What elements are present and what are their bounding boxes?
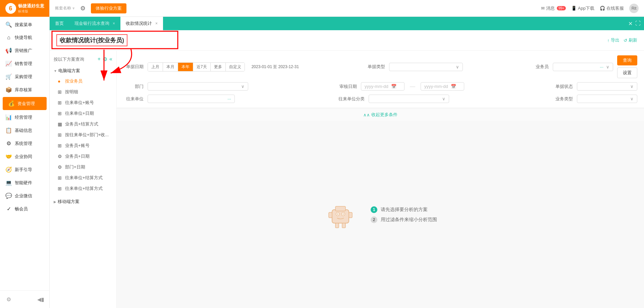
sidebar-item-guide[interactable]: 🧭 新手引导: [0, 163, 49, 176]
schema-item-unit-settlement2[interactable]: ⊞ 往来单位+结算方式: [50, 183, 116, 194]
schema-item-unit-account[interactable]: ⊞ 往来单位+账号: [50, 97, 116, 108]
counterpart-category-select[interactable]: ∨: [369, 95, 449, 103]
sidebar-item-quicknav[interactable]: ⌂ 快捷导航: [0, 31, 49, 44]
empty-step-1: 1 请先选择要分析的方案: [371, 206, 437, 213]
counterpart-more-icon[interactable]: ···: [227, 96, 231, 101]
mobile-group-title[interactable]: ▶ 移动端方案: [50, 197, 116, 207]
sidebar-item-member[interactable]: ✓ 畅会员: [0, 202, 49, 215]
purchase-icon: 🛒: [5, 73, 12, 80]
refresh-btn[interactable]: ↺ 刷新: [624, 37, 637, 43]
review-date-start[interactable]: yyyy-mm-dd 📅: [361, 82, 405, 91]
sidebar-item-search[interactable]: 🔍 搜索菜单: [0, 18, 49, 31]
left-panel-header-actions: + ⚙ «: [98, 56, 112, 62]
desktop-schema-group: ▼ 电脑端方案 ● 按业务员 ⊞ 按明细 ⊞ 往来单位+账号: [50, 64, 116, 195]
counterpart-category-label: 往来单位分类: [338, 96, 365, 102]
guide-icon: 🧭: [5, 166, 12, 173]
counterpart-input[interactable]: ···: [148, 95, 235, 103]
schema-item-detail[interactable]: ⊞ 按明细: [50, 87, 116, 97]
calendar-icon-end[interactable]: 📅: [451, 84, 456, 89]
sidebar-item-basic[interactable]: 📋 基础信息: [0, 124, 49, 137]
tab-bank-flow-close[interactable]: ×: [113, 21, 115, 26]
doc-status-select[interactable]: ∨: [577, 82, 637, 91]
schema-item-salesperson-date[interactable]: ⚙ 业务员+日期: [50, 151, 116, 162]
logo-area: 6 畅捷通好生意 标准版: [0, 0, 49, 17]
tab-bank-flow[interactable]: 现金银行流水查询 ×: [69, 17, 120, 30]
salesperson-select[interactable]: ··· ∨: [553, 63, 613, 71]
filter-row-2: 部门 ∨ 审核日期 yyyy-mm-dd 📅 — y: [123, 82, 637, 91]
date-tab-this-year[interactable]: 本年: [178, 63, 193, 71]
schema-settings-btn[interactable]: ⚙: [103, 56, 107, 62]
schema-item-salesperson[interactable]: ● 按业务员: [50, 76, 116, 87]
expand-arrow: ▼: [54, 69, 57, 73]
doc-type-select[interactable]: ∨: [389, 63, 463, 71]
date-tab-7days[interactable]: 近7天: [193, 63, 211, 71]
unit-account-icon: ⊞: [58, 100, 63, 105]
inventory-icon: 📦: [5, 87, 12, 93]
tab-collection-stats-close[interactable]: ×: [155, 21, 158, 26]
sidebar-item-enterprise[interactable]: 🤝 企业协同: [0, 150, 49, 163]
more-icon[interactable]: ···: [600, 64, 603, 69]
date-tab-custom[interactable]: 自定义: [226, 63, 245, 71]
calendar-icon-start[interactable]: 📅: [391, 84, 396, 89]
maximize-btn[interactable]: ⛶: [635, 20, 641, 27]
collapse-sidebar-btn[interactable]: ◀▮: [35, 294, 46, 305]
export-btn[interactable]: ↑ 导出: [607, 37, 620, 43]
content-area: 按以下方案查询 + ⚙ « ▼ 电脑端方案 ● 按业务员: [50, 51, 644, 308]
sidebar-item-wechat[interactable]: 💬 企业微信: [0, 189, 49, 202]
doc-type-label: 单据类型: [365, 64, 385, 70]
sidebar-item-inventory[interactable]: 📦 库存核算: [0, 83, 49, 96]
schema-item-unit-dept[interactable]: ⊞ 按往来单位+部门+收...: [50, 130, 116, 140]
sidebar-item-finance[interactable]: 💰 资金管理: [3, 97, 47, 110]
sidebar-item-operations[interactable]: 📊 经营管理: [0, 111, 49, 124]
app-download-btn[interactable]: 📱 App下载: [571, 5, 594, 11]
collapse-bar[interactable]: ∧∧ 收起更多条件: [117, 108, 644, 121]
main-area: 账套名称 ▾ ⚙ 体验行业方案 ✉ 消息 99+ 📱 App下载 🎧 在线客服: [50, 0, 644, 308]
page-header: 收款情况统计(按业务员) ↑ 导出 ↺ 刷新: [50, 30, 644, 51]
mobile-arrow: ▶: [54, 200, 56, 204]
tab-home[interactable]: 首页: [50, 17, 69, 30]
schema-item-salesperson-settlement[interactable]: ▦ 业务员+结算方式: [50, 119, 116, 130]
gear-icon[interactable]: ⚙: [80, 5, 86, 12]
sidebar-item-hardware[interactable]: 💻 智能硬件: [0, 176, 49, 189]
collapse-panel-btn[interactable]: «: [109, 56, 112, 62]
search-icon: 🔍: [5, 21, 12, 28]
sidebar-item-system[interactable]: ⚙ 系统管理: [0, 137, 49, 150]
business-type-select[interactable]: ∨: [577, 95, 637, 103]
hardware-icon: 💻: [5, 179, 12, 186]
avatar[interactable]: Rit: [629, 4, 639, 13]
review-date-end[interactable]: yyyy-mm-dd 📅: [421, 82, 464, 91]
query-btn[interactable]: 查询: [617, 55, 637, 65]
schema-item-dept-date[interactable]: ⚙ 部门+日期: [50, 162, 116, 172]
logo-icon: 6: [5, 3, 16, 14]
date-tab-this-month[interactable]: 本月: [163, 63, 178, 71]
date-tab-last-month[interactable]: 上月: [148, 63, 163, 71]
detail-icon: ⊞: [58, 89, 63, 95]
salesperson-label: 业务员: [529, 64, 549, 70]
page-header-actions: ↑ 导出 ↺ 刷新: [607, 37, 638, 43]
salesperson-icon: ●: [58, 79, 63, 84]
department-select[interactable]: ∨: [148, 82, 248, 91]
tab-collection-stats[interactable]: 收款情况统计 ×: [120, 17, 163, 30]
schema-item-unit-date[interactable]: ⊞ 往来单位+日期: [50, 108, 116, 119]
filter-row-1: 单据日期 上月 本月 本年 近7天 更多 自定义 2023-01-01 至 20…: [123, 55, 637, 78]
service-icon: 🎧: [600, 6, 605, 11]
schema-item-unit-settlement1[interactable]: ⊞ 往来单位+结算方式: [50, 172, 116, 183]
sidebar-item-sales[interactable]: 📈 销售管理: [0, 57, 49, 70]
sidebar-item-marketing[interactable]: 📢 营销推广: [0, 44, 49, 57]
date-placeholder-start: yyyy-mm-dd: [365, 84, 388, 89]
right-panel: 单据日期 上月 本月 本年 近7天 更多 自定义 2023-01-01 至 20…: [117, 51, 644, 308]
breadcrumb: 账套名称 ▾: [55, 5, 75, 11]
filter-settings-btn[interactable]: 设置: [617, 67, 637, 78]
close-window-btn[interactable]: ✕: [628, 20, 633, 27]
schema-item-salesperson-account[interactable]: ⊞ 业务员+账号: [50, 140, 116, 151]
trial-btn[interactable]: 体验行业方案: [91, 3, 126, 13]
sidebar-item-purchase[interactable]: 🛒 采购管理: [0, 70, 49, 83]
date-tab-more[interactable]: 更多: [211, 63, 226, 71]
settings-btn[interactable]: ⚙: [3, 294, 14, 305]
add-schema-btn[interactable]: +: [98, 56, 101, 62]
online-service-btn[interactable]: 🎧 在线客服: [600, 5, 624, 11]
message-btn[interactable]: ✉ 消息 99+: [541, 5, 566, 11]
marketing-icon: 📢: [5, 47, 12, 54]
unit-date-icon: ⊞: [58, 111, 63, 116]
desktop-group-title[interactable]: ▼ 电脑端方案: [50, 66, 116, 76]
